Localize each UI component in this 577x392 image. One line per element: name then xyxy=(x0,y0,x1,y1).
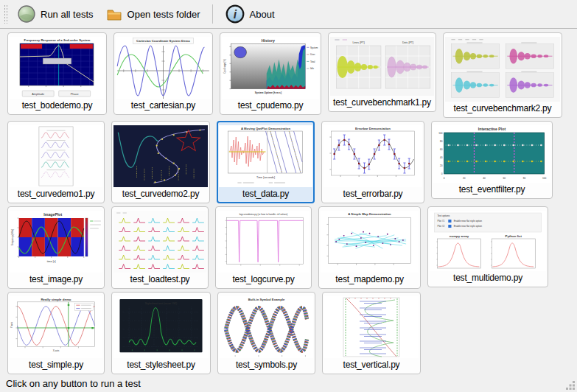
test-button-data[interactable]: A Moving QwtPlot Demonstration Time [sec… xyxy=(217,121,315,203)
y-ticks: 100806040200 xyxy=(438,133,443,176)
test-button-label: test_simple.py xyxy=(29,360,83,371)
mini-title: logcurvedemo.py (or how to handle -inf v… xyxy=(239,213,288,216)
svg-text:60: 60 xyxy=(440,149,443,152)
checkbox-2 xyxy=(448,225,451,228)
mini-xlabel: time [s] xyxy=(47,260,56,263)
mini-title: A Simple Map Demonstration xyxy=(348,212,391,216)
open-tests-folder-label: Open tests folder xyxy=(127,9,200,20)
thumbnail-loadtest xyxy=(113,211,206,273)
test-button-symbols[interactable]: Built-in Symbol Example test_symbols.py xyxy=(217,292,315,374)
checkbox-1 xyxy=(448,220,451,223)
test-button-curvebenchmark1[interactable]: Lines [PT] Dots [PT] test_curvebenchmark… xyxy=(328,32,436,112)
about-button[interactable]: i About xyxy=(219,1,281,27)
thumbnail-mapdemo: A Simple Map Demonstration xyxy=(321,211,419,273)
test-button-stylesheet[interactable]: Stylesheet test (issue #92) test_stylesh… xyxy=(111,292,211,374)
test-button-label: test_cpudemo.py xyxy=(238,100,303,111)
status-bar: Click on any button to run a test xyxy=(0,374,577,392)
mini-ylabel: Cpu Usage [%] xyxy=(223,59,226,73)
test-button-vertical[interactable]: test_vertical.py xyxy=(322,292,421,374)
option-name: Plot #1 xyxy=(438,220,445,223)
resize-grip[interactable] xyxy=(566,380,576,390)
test-button-label: test_curvedemo2.py xyxy=(122,189,199,200)
mini-title: Really simple demo xyxy=(41,298,71,301)
test-button-label: test_symbols.py xyxy=(236,360,297,371)
panel-title: numpy array xyxy=(450,234,469,238)
thumbnail-stylesheet: Stylesheet test (issue #92) xyxy=(113,296,209,358)
folder-icon xyxy=(105,5,123,23)
panel-title: Python list xyxy=(505,234,522,238)
thumbnail-curvebenchmark2 xyxy=(445,37,560,102)
legend-system: System xyxy=(310,46,318,49)
test-button-label: test_eventfilter.py xyxy=(459,184,525,195)
option-name: Plot #2 xyxy=(438,225,445,228)
thumbnail-curvedemo1 xyxy=(10,125,102,187)
mini-title: Errorbar Demonstation xyxy=(355,127,391,130)
test-button-multidemo[interactable]: Test options Plot #1 Enable new flat sty… xyxy=(427,206,548,287)
tests-grid: Frequency Response of a 2nd-order System… xyxy=(0,29,577,374)
thumbnail-symbols: Built-in Symbol Example xyxy=(220,296,313,358)
test-button-simple[interactable]: Really simple demo X-axis Y-axis test_si… xyxy=(7,292,105,374)
symbol-bands xyxy=(225,308,307,351)
svg-text:20: 20 xyxy=(463,177,466,180)
app-window: Run all tests Open tests folder i About xyxy=(0,0,577,392)
thumbnail-simple: Really simple demo X-axis Y-axis xyxy=(10,296,102,358)
test-button-label: test_cartesian.py xyxy=(131,100,195,111)
panel-title: Lines [PT] xyxy=(352,42,364,45)
test-button-label: test_mapdemo.py xyxy=(335,274,403,285)
test-button-curvedemo2[interactable]: test_curvedemo2.py xyxy=(111,121,210,203)
svg-text:80: 80 xyxy=(440,141,443,144)
thumbnail-errorbar: Errorbar Demonstation xyxy=(324,125,422,187)
svg-text:100: 100 xyxy=(542,177,547,180)
status-message: Click on any button to run a test xyxy=(6,378,141,389)
mini-title: Built-in Symbol Example xyxy=(248,298,285,301)
open-tests-folder-button[interactable]: Open tests folder xyxy=(99,3,206,25)
test-button-mapdemo[interactable]: A Simple Map Demonstration test_mapdemo.… xyxy=(318,206,421,289)
test-button-cartesian[interactable]: Cartesian Coordinate System Demo test_ca… xyxy=(113,32,213,115)
legend-total: Total xyxy=(310,60,315,63)
test-button-curvedemo1[interactable]: test_curvedemo1.py xyxy=(7,121,105,203)
mini-title: Interactive Plot xyxy=(478,127,506,131)
toolbar-drag-handle[interactable] xyxy=(4,4,7,24)
run-icon xyxy=(17,4,36,24)
svg-text:80: 80 xyxy=(523,177,526,180)
thumbnail-bodedemo: Frequency Response of a 2nd-order System… xyxy=(10,37,105,99)
run-all-tests-label: Run all tests xyxy=(41,9,94,20)
mini-title: A Moving QwtPlot Demonstration xyxy=(241,127,290,130)
thumbnail-curvebenchmark1: Lines [PT] Dots [PT] xyxy=(330,37,434,96)
thumbnail-eventfilter: Interactive Plot 100806040200 0204060801… xyxy=(433,125,550,183)
thumbnail-cartesian: Cartesian Coordinate System Demo xyxy=(116,37,211,99)
test-button-label: test_loadtest.py xyxy=(130,274,190,285)
about-label: About xyxy=(250,9,275,20)
panel-title: Dots [PT] xyxy=(402,42,413,45)
test-button-logcurve[interactable]: logcurvedemo.py (or how to handle -inf v… xyxy=(215,206,312,289)
mini-xlabel: X-axis xyxy=(53,349,60,352)
test-button-label: test_errorbar.py xyxy=(343,189,403,200)
svg-text:40: 40 xyxy=(440,157,443,160)
x-ticks: 020406080100 xyxy=(444,177,547,180)
test-button-label: test_stylesheet.py xyxy=(127,360,195,371)
mini-title: History xyxy=(262,38,275,43)
mini-ylabel: Frequency [MHz] xyxy=(11,228,14,245)
mini-title: Stylesheet test (issue #92) xyxy=(145,302,177,305)
toolbar: Run all tests Open tests folder i About xyxy=(0,0,577,29)
test-button-loadtest[interactable]: test_loadtest.py xyxy=(111,206,209,289)
test-button-curvebenchmark2[interactable]: test_curvebenchmark2.py xyxy=(443,32,562,118)
test-button-bodedemo[interactable]: Frequency Response of a 2nd-order System… xyxy=(7,32,107,115)
test-button-eventfilter[interactable]: Interactive Plot 100806040200 0204060801… xyxy=(431,121,553,199)
test-button-label: test_curvedemo1.py xyxy=(18,189,94,200)
mini-title: Cartesian Coordinate System Demo xyxy=(136,40,190,43)
legend-user: User xyxy=(310,53,315,56)
run-all-tests-button[interactable]: Run all tests xyxy=(11,2,99,26)
svg-text:20: 20 xyxy=(440,165,443,168)
svg-text:40: 40 xyxy=(483,177,486,180)
thumbnail-multidemo: Test options Plot #1 Enable new flat sty… xyxy=(430,211,546,271)
test-button-label: test_data.py xyxy=(242,189,289,200)
test-button-cpudemo[interactable]: History System Uptime [h:m:s] Cpu Usage … xyxy=(220,32,321,115)
legend-amplitude: Amplitude xyxy=(32,93,44,96)
test-button-errorbar[interactable]: Errorbar Demonstation test_errorbar.py xyxy=(321,121,424,203)
svg-text:0: 0 xyxy=(441,173,443,176)
test-button-image[interactable]: ImagePlot time [s] Frequency [MHz] test_… xyxy=(7,206,105,289)
test-button-label: test_curvebenchmark1.py xyxy=(333,97,431,108)
thumbnail-vertical xyxy=(324,296,419,358)
test-button-label: test_vertical.py xyxy=(343,360,400,371)
